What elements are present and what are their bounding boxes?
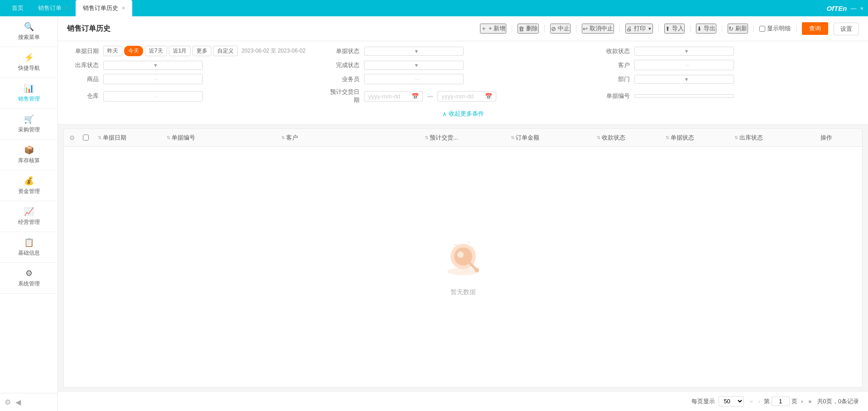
- tab-sales-order[interactable]: 销售订单 ×: [31, 0, 76, 16]
- purchase-icon: 🛒: [24, 114, 34, 124]
- delete-label: 删除: [526, 24, 538, 33]
- tab-sales-order-close[interactable]: ×: [65, 5, 68, 11]
- department-select[interactable]: ▼: [634, 75, 734, 84]
- operations-icon: 📈: [24, 207, 34, 217]
- delivery-start-input[interactable]: yyyy-mm-dd 📅: [364, 91, 423, 102]
- sidebar-item-operations[interactable]: 📈 经营管理: [0, 201, 58, 232]
- sidebar-item-finance[interactable]: 💰 资金管理: [0, 170, 58, 201]
- collapse-button[interactable]: ∧ 收起更多条件: [442, 108, 484, 120]
- tab-sales-order-history[interactable]: 销售订单历史 ×: [76, 0, 132, 16]
- warehouse-select[interactable]: ···: [103, 91, 203, 102]
- col-date-header[interactable]: ⇅ 单据日期: [98, 134, 167, 142]
- col-delivery-header[interactable]: ⇅ 预计交货...: [425, 134, 511, 142]
- bill-status-control: ▼: [364, 47, 589, 56]
- refresh-button[interactable]: ↻ 刷新: [728, 24, 748, 34]
- sidebar-item-search[interactable]: 🔍 搜索菜单: [0, 16, 58, 47]
- goods-dotdot-icon[interactable]: ···: [154, 76, 199, 82]
- salesperson-select[interactable]: ···: [364, 74, 464, 84]
- warehouse-dotdot-icon[interactable]: ···: [154, 93, 199, 100]
- goods-select[interactable]: ···: [103, 74, 203, 84]
- sidebar-item-system[interactable]: ⚙ 系统管理: [0, 263, 58, 294]
- customer-label: 客户: [598, 61, 634, 69]
- pagination: 每页显示 50 10 20 100 « ‹ 第 页 › » 共0页，0条记录: [58, 391, 868, 411]
- col-num-header[interactable]: ⇅ 单据编号: [167, 134, 281, 142]
- sidebar-item-basic-info[interactable]: 📋 基础信息: [0, 232, 58, 263]
- import-button[interactable]: ⬆ 导入: [664, 24, 685, 34]
- sidebar-item-sales[interactable]: 📊 销售管理: [0, 78, 58, 109]
- tab-sales-order-history-close[interactable]: ×: [122, 5, 125, 11]
- collapse-arrow-icon: ∧: [442, 111, 447, 117]
- col-out-header[interactable]: ⇅ 出库状态: [734, 134, 820, 142]
- select-all-checkbox[interactable]: [83, 135, 89, 140]
- last-page-btn[interactable]: »: [806, 397, 813, 406]
- date-btn-yesterday[interactable]: 昨天: [103, 46, 122, 56]
- table-settings-icon[interactable]: ⚙: [69, 134, 83, 141]
- setting-button[interactable]: 设置: [834, 23, 859, 35]
- prev-page-btn[interactable]: ‹: [757, 397, 762, 406]
- date-separator: —: [426, 93, 435, 100]
- date-label: 单据日期: [67, 47, 103, 55]
- payment-status-select[interactable]: ▼: [634, 47, 734, 56]
- query-button[interactable]: 查询: [802, 22, 828, 35]
- tab-home-label: 首页: [12, 4, 24, 12]
- tab-home[interactable]: 首页: [5, 0, 31, 16]
- basic-info-icon: 📋: [24, 237, 34, 247]
- date-btn-more[interactable]: 更多: [192, 46, 211, 56]
- customer-select[interactable]: ···: [634, 60, 734, 70]
- col-amount-label: 订单金额: [516, 134, 539, 142]
- col-status-header[interactable]: ⇅ 单据状态: [666, 134, 734, 142]
- bill-number-input[interactable]: [634, 94, 734, 98]
- col-action-label: 操作: [820, 134, 832, 142]
- sidebar-item-quick-nav[interactable]: ⚡ 快捷导航: [0, 47, 58, 78]
- goto-word: 第: [764, 397, 770, 406]
- page-size-select[interactable]: 50 10 20 100: [719, 396, 744, 406]
- top-bar: 首页 销售订单 × 销售订单历史 × OfTEn — ×: [0, 0, 868, 16]
- divider3: [576, 25, 576, 32]
- svg-text:~: ~: [468, 240, 470, 245]
- out-status-arrow-icon: ▼: [153, 63, 199, 68]
- complete-status-arrow-icon: ▼: [414, 63, 460, 68]
- date-btn-1month[interactable]: 近1月: [169, 46, 191, 56]
- bill-status-select[interactable]: ▼: [364, 47, 464, 56]
- out-status-select[interactable]: ▼: [103, 61, 203, 70]
- date-btn-custom[interactable]: 自定义: [213, 46, 238, 56]
- minimize-btn[interactable]: —: [850, 5, 856, 12]
- sidebar-item-purchase[interactable]: 🛒 采购管理: [0, 109, 58, 140]
- date-range-text: 2023-06-02 至 2023-06-02: [241, 47, 305, 55]
- delivery-end-input[interactable]: yyyy-mm-dd 📅: [437, 91, 496, 102]
- close-btn[interactable]: ×: [860, 5, 863, 12]
- sidebar-item-inventory[interactable]: 📦 库存核算: [0, 140, 58, 170]
- display-detail-checkbox-label[interactable]: 显示明细: [759, 24, 791, 33]
- print-label: 打印: [634, 24, 646, 33]
- date-buttons: 昨天 今天 近7天 近1月 更多 自定义: [103, 46, 238, 56]
- goods-control: ···: [103, 74, 328, 84]
- next-page-btn[interactable]: ›: [799, 397, 805, 406]
- customer-dotdot-icon[interactable]: ···: [685, 62, 730, 68]
- sort-icon-delivery: ⇅: [425, 135, 428, 140]
- bill-number-label: 单据编号: [598, 92, 634, 100]
- print-button[interactable]: 🖨 打印 ▼: [625, 24, 653, 34]
- display-detail-checkbox[interactable]: [759, 26, 765, 32]
- complete-status-select[interactable]: ▼: [364, 61, 464, 70]
- date-btn-7days[interactable]: 近7天: [145, 46, 167, 56]
- tab-bar: 首页 销售订单 × 销售订单历史 ×: [5, 0, 132, 16]
- cancel-stop-button[interactable]: ↩ 取消中止: [582, 24, 614, 34]
- export-button[interactable]: ⬇ 导出: [696, 24, 716, 34]
- stop-button[interactable]: ⊘ 中止: [550, 24, 571, 34]
- filter-row-2: 出库状态 ▼ 完成状态 ▼ 客户: [67, 60, 859, 70]
- collapse-row: ∧ 收起更多条件: [67, 108, 859, 120]
- delete-button[interactable]: 🗑 删除: [518, 24, 539, 34]
- sidebar-collapse-icon[interactable]: ◀: [15, 398, 21, 406]
- divider6: [690, 25, 691, 32]
- first-page-btn[interactable]: «: [748, 397, 754, 406]
- col-customer-header[interactable]: ⇅ 客户: [281, 134, 425, 142]
- sidebar-settings-icon[interactable]: ⚙: [5, 398, 11, 406]
- col-amount-header[interactable]: ⇅ 订单金额: [511, 134, 597, 142]
- new-button[interactable]: ＋ + 新增: [480, 24, 506, 34]
- page-number-input[interactable]: [772, 396, 790, 406]
- sort-icon-customer: ⇅: [281, 135, 285, 140]
- import-label: 导入: [672, 24, 684, 33]
- salesperson-dotdot-icon[interactable]: ···: [415, 76, 460, 82]
- col-payment-header[interactable]: ⇅ 收款状态: [597, 134, 666, 142]
- date-btn-today[interactable]: 今天: [124, 46, 143, 56]
